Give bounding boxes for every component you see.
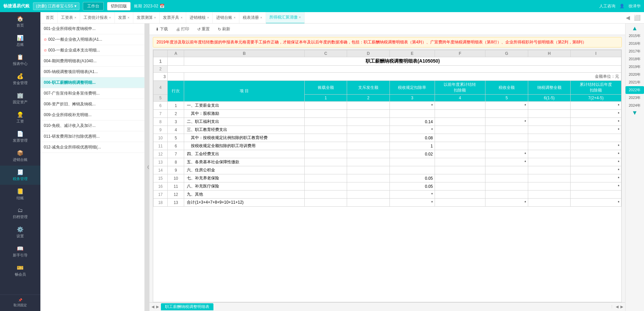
tab-invoice-calc[interactable]: 发票测算 × [133, 12, 160, 24]
row-10-e[interactable]: 0.08 [390, 134, 435, 142]
row-11-f[interactable] [435, 142, 485, 150]
row-7-g[interactable] [485, 110, 528, 118]
year-up-arrow[interactable]: ▲ [632, 25, 638, 32]
row-9-c[interactable] [304, 126, 347, 134]
row-12-i[interactable]: * [571, 150, 621, 158]
row-7-d[interactable] [347, 110, 390, 118]
reset-btn[interactable]: ↺ 重置 [195, 26, 212, 33]
sidebar-item-sales-ledger[interactable]: 📦 进销台账 [0, 146, 40, 166]
sidebar-item-reports[interactable]: 📋 报表中心 [0, 50, 40, 70]
tab-invoice[interactable]: 发票 × [115, 12, 133, 24]
row-7-i[interactable]: * [571, 110, 621, 118]
row-6-c[interactable] [304, 102, 347, 110]
row-6-f[interactable] [435, 102, 485, 110]
year-down-arrow[interactable]: ▼ [632, 109, 638, 116]
print-btn[interactable]: 🖨 打印 [174, 26, 191, 33]
row-14-c[interactable] [304, 166, 347, 174]
row-10-d[interactable] [347, 134, 390, 142]
row-17-g[interactable] [485, 191, 528, 199]
sheet-tab-main[interactable]: 职工薪酬纳税调整明细表 [161, 303, 213, 310]
row-16-e[interactable]: 0.05 [390, 182, 435, 191]
row-17-f[interactable] [435, 191, 485, 199]
row-11-c[interactable] [304, 142, 347, 150]
row-10-f[interactable] [435, 134, 485, 142]
year-2019[interactable]: 2019年 [625, 63, 644, 71]
year-2023[interactable]: 2023年 [625, 94, 644, 102]
sidebar-item-settings[interactable]: ⚙️ 设置 [0, 223, 40, 242]
sidebar-item-member[interactable]: 🎫 畅会员 [0, 261, 40, 280]
sidebar-item-payroll[interactable]: 👷 工资 [0, 108, 40, 127]
year-2020[interactable]: 2020年 [625, 71, 644, 78]
row-8-f[interactable] [435, 118, 485, 126]
tab-sales-ledger[interactable]: 进销台账 × [213, 12, 239, 24]
close-tax-register-tab[interactable]: × [260, 16, 262, 20]
row-18-c[interactable] [304, 199, 347, 207]
row-16-g[interactable] [485, 182, 528, 191]
left-item-012[interactable]: 012-减免企业所得税优惠明细(... [40, 142, 144, 153]
tab-maximize-btn[interactable]: ⬜ [633, 14, 642, 21]
row-10-i[interactable] [571, 134, 621, 142]
row-13-g[interactable]: * [485, 158, 528, 166]
row-8-h[interactable] [528, 118, 571, 126]
old-version-button[interactable]: 切到旧版 [107, 2, 131, 10]
row-16-i[interactable]: * [571, 182, 621, 191]
row-9-e[interactable]: * [390, 126, 435, 134]
scroll-right-btn[interactable]: ▶ [620, 305, 623, 309]
row-6-g[interactable]: * [485, 102, 528, 110]
row-18-i[interactable]: * [571, 199, 621, 207]
row-10-h[interactable] [528, 134, 571, 142]
row-9-d[interactable] [347, 126, 390, 134]
row-12-g[interactable]: * [485, 150, 528, 158]
row-15-c[interactable] [304, 174, 347, 182]
left-item-010[interactable]: 010-免税、减计收入及加计... [40, 120, 144, 131]
row-16-c[interactable] [304, 182, 347, 191]
year-2021[interactable]: 2021年 [625, 78, 644, 86]
close-payroll-tab[interactable]: × [74, 16, 76, 20]
prev-sheet-btn[interactable]: ◀ [151, 305, 154, 309]
row-6-h[interactable] [528, 102, 571, 110]
sidebar-item-guide[interactable]: 📖 新手引导 [0, 242, 40, 261]
row-8-c[interactable] [304, 118, 347, 126]
left-item-007[interactable]: 007-广告宣传和业务宣传费明... [40, 88, 144, 99]
row-7-h[interactable] [528, 110, 571, 118]
row-10-c[interactable] [304, 134, 347, 142]
sidebar-item-tax-mgmt[interactable]: 🧾 税务管理 [0, 166, 40, 185]
row-9-f[interactable] [435, 126, 485, 134]
sidebar-unpin-btn[interactable]: 📌 取消固定 [0, 295, 40, 311]
row-14-g[interactable] [485, 166, 528, 174]
row-18-d[interactable] [347, 199, 390, 207]
tab-payroll[interactable]: 工资表 × [58, 12, 80, 24]
row-8-d[interactable] [347, 118, 390, 126]
year-2016[interactable]: 2016年 [625, 40, 644, 47]
row-17-i[interactable] [571, 191, 621, 199]
row-11-g[interactable] [485, 142, 528, 150]
year-2015[interactable]: 2015年 [625, 32, 644, 40]
close-invoice-tab[interactable]: × [128, 16, 130, 20]
row-16-f[interactable] [435, 182, 485, 191]
refresh-btn[interactable]: ↻ 刷新 [216, 26, 232, 33]
row-9-g[interactable] [485, 126, 528, 134]
sidebar-item-home[interactable]: 🏠 首页 [0, 12, 40, 31]
year-2022[interactable]: 2022年 [625, 86, 644, 94]
row-18-f[interactable] [435, 199, 485, 207]
close-invoice-open-tab[interactable]: × [180, 16, 182, 20]
sidebar-item-ledger[interactable]: 📊 总账 [0, 31, 40, 50]
next-sheet-btn[interactable]: ▶ [156, 305, 159, 309]
row-14-h[interactable] [528, 166, 571, 174]
row-12-c[interactable] [304, 150, 347, 158]
row-12-h[interactable] [528, 150, 571, 158]
row-14-e[interactable] [390, 166, 435, 174]
row-16-h[interactable] [528, 182, 571, 191]
left-item-008[interactable]: 008-资产折旧、摊销及纳税... [40, 99, 144, 110]
row-6-i[interactable]: * [571, 102, 621, 110]
row-6-e[interactable]: * [390, 102, 435, 110]
download-btn[interactable]: ⬇ 下载 [154, 26, 170, 33]
sheet-options-icon[interactable]: ⋮ [610, 305, 614, 309]
row-6-d[interactable] [347, 102, 390, 110]
sidebar-item-invoice-mgmt[interactable]: 📄 发票管理 [0, 127, 40, 146]
row-11-h[interactable] [528, 142, 571, 150]
tab-income-tax[interactable]: 所得税汇算清缴 × [266, 12, 305, 24]
row-8-i[interactable]: * [571, 118, 621, 126]
row-10-g[interactable] [485, 134, 528, 142]
row-16-d[interactable] [347, 182, 390, 191]
